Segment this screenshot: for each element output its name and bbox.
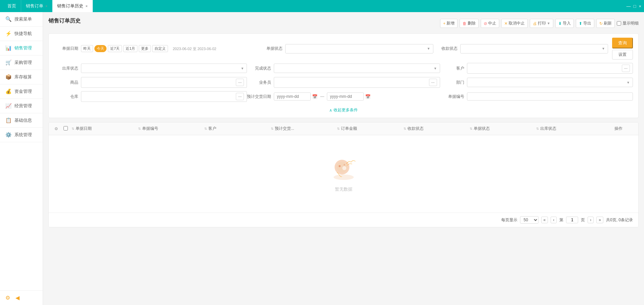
date-today-btn[interactable]: 今天 <box>94 45 106 52</box>
col-payment-status-sort-icon[interactable]: ⇅ <box>403 127 406 130</box>
collapse-bar[interactable]: ∧ 收起更多条件 <box>54 105 633 114</box>
prev-page-icon: ‹ <box>553 218 554 222</box>
refresh-button[interactable]: ↻ 刷新 <box>596 19 615 28</box>
bill-number-input[interactable] <box>467 92 633 101</box>
date-shortcuts: 昨天 今天 近7天 近1月 更多 自定义 <box>81 45 168 52</box>
sidebar-item-inventory-calc[interactable]: 📦 库存核算 <box>0 70 43 84</box>
data-table: ⚙ ⇅ 单据日期 ⇅ 单据编号 ⇅ 客户 ⇅ 预计交货. <box>48 122 639 227</box>
col-customer-label: 客户 <box>208 126 216 131</box>
customer-select[interactable]: ··· <box>467 63 633 74</box>
svg-point-0 <box>334 175 354 180</box>
department-select[interactable]: ▼ <box>467 78 633 87</box>
complete-status-select[interactable]: ▼ <box>274 64 440 73</box>
window-close-icon[interactable]: × <box>639 4 641 9</box>
sidebar-collapse-icon[interactable]: ◀ <box>15 295 19 301</box>
col-stock-out-status-sort-icon[interactable]: ⇅ <box>536 127 539 130</box>
col-bill-number: ⇅ 单据编号 <box>137 126 203 131</box>
page-header: 销售订单历史 + 新增 🗑 删除 ⊘ 中止 ✕ 取消中止 <box>48 17 639 29</box>
payment-status-select[interactable]: ▼ <box>460 44 608 53</box>
tab-sales-order-history[interactable]: 销售订单历史 × <box>52 0 92 12</box>
export-button-label: 导出 <box>583 21 591 26</box>
window-minimize-icon[interactable]: — <box>627 4 631 9</box>
date-more-btn[interactable]: 更多 <box>139 45 151 52</box>
sidebar-item-quick-nav[interactable]: ⚡ 快捷导航 <box>0 27 43 41</box>
collapse-label: 收起更多条件 <box>334 107 358 113</box>
import-button[interactable]: ⬇ 导入 <box>555 19 574 28</box>
settings-button[interactable]: 设置 <box>612 50 633 60</box>
col-expected-delivery-sort-icon[interactable]: ⇅ <box>271 127 273 130</box>
sidebar-item-purchase-mgmt[interactable]: 🛒 采购管理 <box>0 55 43 70</box>
print-button[interactable]: 🖨 打印 ▼ <box>530 19 553 28</box>
date-1month-btn[interactable]: 近1月 <box>123 45 137 52</box>
prev-page-button[interactable]: ‹ <box>551 217 557 223</box>
display-toggle-label: 显示明细 <box>622 21 639 26</box>
top-bar: 首页 销售订单 × 销售订单历史 × — □ × <box>0 0 644 12</box>
complete-status-label: 完成状态 <box>247 66 274 71</box>
calendar-to-icon[interactable]: 📅 <box>365 94 371 99</box>
stop-button[interactable]: ⊘ 中止 <box>481 19 499 28</box>
print-dropdown-icon: ▼ <box>547 22 550 25</box>
empty-text: 暂无数据 <box>335 186 352 192</box>
sidebar-item-basic-info[interactable]: 📋 基础信息 <box>0 113 43 128</box>
salesperson-ellipsis-icon[interactable]: ··· <box>429 79 437 86</box>
query-button[interactable]: 查询 <box>612 38 633 48</box>
delivery-date-to-input[interactable] <box>327 92 364 101</box>
svg-point-3 <box>342 166 346 170</box>
first-page-button[interactable]: « <box>541 217 548 223</box>
sidebar-item-operations-mgmt[interactable]: 📈 经营管理 <box>0 99 43 113</box>
warehouse-ellipsis-icon[interactable]: ··· <box>236 93 244 100</box>
col-bill-status: ⇅ 单据状态 <box>468 126 535 131</box>
date-custom-btn[interactable]: 自定义 <box>152 45 168 52</box>
window-maximize-icon[interactable]: □ <box>634 4 636 9</box>
warehouse-select[interactable]: ··· <box>81 91 247 102</box>
salesperson-select[interactable]: ··· <box>274 77 440 88</box>
sidebar-item-sales-mgmt[interactable]: 📊 销售管理 <box>0 41 43 55</box>
col-bill-status-sort-icon[interactable]: ⇅ <box>470 127 472 130</box>
new-button[interactable]: + 新增 <box>440 19 458 28</box>
product-select[interactable]: ··· <box>81 77 247 88</box>
tab-sales-order[interactable]: 销售订单 × <box>21 0 52 12</box>
sidebar-footer: ⚙ ◀ <box>0 290 43 305</box>
page-number-input[interactable] <box>566 217 578 223</box>
sidebar-item-system-mgmt-label: 系统管理 <box>14 132 32 138</box>
delete-button[interactable]: 🗑 删除 <box>460 19 479 28</box>
col-order-amount-sort-icon[interactable]: ⇅ <box>337 127 340 130</box>
sidebar-item-system-mgmt[interactable]: ⚙️ 系统管理 <box>0 128 43 142</box>
product-ellipsis-icon[interactable]: ··· <box>236 79 244 86</box>
table-check-all[interactable] <box>61 126 70 131</box>
stop-icon: ⊘ <box>484 21 487 26</box>
stock-out-status-select[interactable]: ▼ <box>81 64 247 73</box>
table-settings-icon[interactable]: ⚙ <box>51 126 61 131</box>
date-yesterday-btn[interactable]: 昨天 <box>81 45 93 52</box>
tab-home[interactable]: 首页 <box>3 0 21 12</box>
sidebar-settings-icon[interactable]: ⚙ <box>5 295 10 301</box>
display-toggle-checkbox[interactable] <box>617 21 621 26</box>
date-range-display: 2023-06-02 至 2023-06-02 <box>173 46 216 51</box>
last-page-button[interactable]: » <box>596 217 603 223</box>
next-page-button[interactable]: › <box>588 217 594 223</box>
col-bill-date-sort-icon[interactable]: ⇅ <box>72 127 74 130</box>
tab-sales-order-history-label: 销售订单历史 <box>57 3 83 9</box>
basic-info-icon: 📋 <box>5 117 12 123</box>
export-button[interactable]: ⬆ 导出 <box>576 19 594 28</box>
filter-row-2: 出库状态 ▼ 完成状态 ▼ 客户 <box>54 63 633 74</box>
customer-ellipsis-icon[interactable]: ··· <box>622 65 630 72</box>
department-control: ▼ <box>467 78 633 87</box>
cancel-stop-button[interactable]: ✕ 取消中止 <box>501 19 528 28</box>
col-customer-sort-icon[interactable]: ⇅ <box>204 127 207 130</box>
sidebar-item-capital-mgmt[interactable]: 💰 资金管理 <box>0 84 43 99</box>
tab-sales-order-history-close[interactable]: × <box>85 4 87 8</box>
customer-control: ··· <box>467 63 633 74</box>
col-bill-number-sort-icon[interactable]: ⇅ <box>138 127 141 130</box>
page-size-select[interactable]: 50 10 20 100 <box>520 216 539 224</box>
search-menu-icon: 🔍 <box>5 16 12 22</box>
stock-out-status-arrow-icon: ▼ <box>241 67 244 70</box>
sidebar-item-search-menu[interactable]: 🔍 搜索菜单 <box>0 12 43 27</box>
delivery-date-from-input[interactable] <box>274 92 311 101</box>
display-toggle[interactable]: 显示明细 <box>617 21 639 26</box>
bill-status-select[interactable]: ▼ <box>285 44 433 53</box>
tab-sales-order-close[interactable]: × <box>45 4 47 8</box>
date-7days-btn[interactable]: 近7天 <box>108 45 122 52</box>
calendar-from-icon[interactable]: 📅 <box>312 94 317 99</box>
select-all-checkbox[interactable] <box>63 126 68 130</box>
